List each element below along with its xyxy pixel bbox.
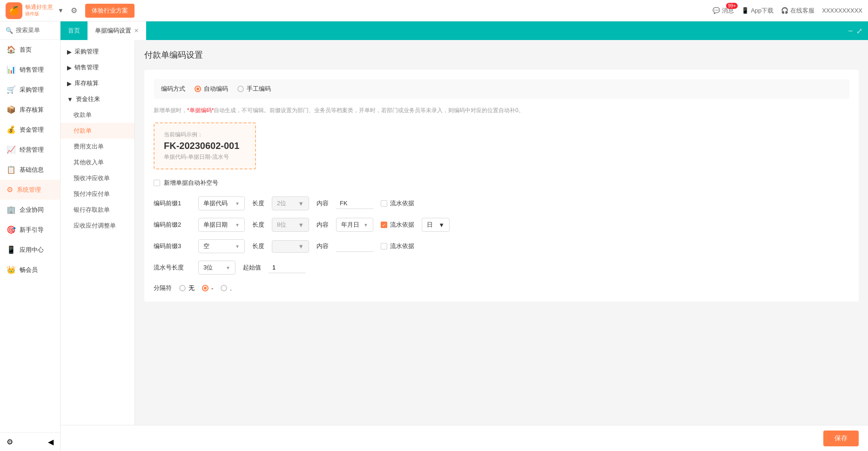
prefix1-length-select: 2位 ▼	[272, 196, 309, 210]
prefix3-watermark-label: 流水依据	[390, 242, 414, 250]
sidebar-item-operation[interactable]: 📈 经营管理	[0, 140, 60, 160]
service-icon: 🎧	[781, 7, 788, 14]
gear-button[interactable]: ⚙	[67, 4, 81, 17]
sidebar-item-finance[interactable]: 💰 资金管理	[0, 120, 60, 140]
prefix2-watermark-cb[interactable]: ✓	[381, 222, 387, 228]
user-name[interactable]: XXXXXXXXXX	[822, 7, 862, 14]
sep-dash-radio[interactable]: -	[202, 285, 213, 292]
preview-code: FK-20230602-001	[164, 141, 246, 151]
guide-icon: 🎯	[7, 225, 16, 234]
submenu-item-receipt[interactable]: 收款单	[61, 107, 135, 123]
sidebar-item-sales[interactable]: 📊 销售管理	[0, 60, 60, 80]
auto-fill-label: 新增单据自动补空号	[164, 179, 218, 187]
sidebar-item-member[interactable]: 👑 畅会员	[0, 260, 60, 280]
serial-length-label: 流水号长度	[154, 263, 191, 272]
hint-text: 新增单据时，*单据编码*自动生成，不可编辑。前缀设置为部门、业务员等档案类，开单…	[154, 106, 849, 115]
prefix1-select-value: 单据代码	[203, 199, 228, 208]
main-content: 付款单编码设置 编码方式 自动编码 手工编码	[135, 40, 868, 425]
basic-icon: 📋	[7, 165, 16, 174]
sales-icon: 📊	[7, 65, 16, 74]
manual-code-radio[interactable]: 手工编码	[237, 85, 271, 93]
member-icon: 👑	[7, 265, 16, 274]
submenu-item-prepay-receive[interactable]: 预收冲应收单	[61, 170, 135, 186]
sidebar-item-basic[interactable]: 📋 基础信息	[0, 160, 60, 180]
sidebar-item-appcenter[interactable]: 📱 应用中心	[0, 240, 60, 260]
serial-length-select[interactable]: 3位 ▼	[198, 261, 236, 275]
prefix2-select[interactable]: 单据日期 ▼	[198, 218, 245, 232]
auto-code-radio[interactable]: 自动编码	[195, 85, 228, 93]
sep-dot-radio[interactable]: .	[221, 285, 232, 292]
prefix2-length-label: 长度	[252, 221, 264, 229]
sidebar-item-guide[interactable]: 🎯 新手引导	[0, 220, 60, 240]
submenu-item-other-income[interactable]: 其他收入单	[61, 155, 135, 170]
app-name: 畅通好生意	[25, 4, 53, 11]
prefix2-watermark[interactable]: ✓ 流水依据	[381, 221, 414, 229]
start-value-input[interactable]	[269, 262, 306, 273]
sub-menu-group-sales-header[interactable]: ▶ 销售管理	[61, 60, 135, 75]
bottom-bar: 保存	[61, 425, 868, 451]
auto-fill-checkbox[interactable]	[154, 180, 160, 186]
encoding-method-row: 编码方式 自动编码 手工编码	[154, 79, 849, 99]
prefix1-select[interactable]: 单据代码 ▼	[198, 196, 245, 210]
message-button[interactable]: 💬 消息 99+	[713, 7, 734, 15]
auto-fill-row: 新增单据自动补空号	[154, 179, 849, 187]
download-label: App下载	[751, 7, 774, 15]
submenu-item-receivable-adjust[interactable]: 应收应付调整单	[61, 218, 135, 234]
prefix2-day-select[interactable]: 日 ▼	[422, 218, 450, 232]
sep-none-dot	[179, 285, 186, 291]
sidebar-item-label-operation: 经营管理	[20, 146, 44, 154]
prefix1-content-input[interactable]	[336, 198, 373, 209]
settings-icon[interactable]: ⚙	[7, 438, 13, 446]
prefix2-length-select: 8位 ▼	[272, 218, 309, 232]
sidebar-item-home[interactable]: 🏠 首页	[0, 40, 60, 60]
submenu-item-expense[interactable]: 费用支出单	[61, 139, 135, 155]
prefix3-watermark-cb[interactable]	[381, 243, 387, 249]
submenu-item-bank-deposit[interactable]: 银行存取款单	[61, 202, 135, 218]
save-button[interactable]: 保存	[823, 431, 859, 446]
prefix3-select[interactable]: 空 ▼	[198, 239, 245, 253]
top-bar-right: 💬 消息 99+ 📱 App下载 🎧 在线客服 XXXXXXXXXX	[713, 7, 862, 15]
tab-serial-code[interactable]: 单据编码设置 ✕	[87, 21, 146, 40]
submenu-item-payment[interactable]: 付款单	[61, 123, 135, 139]
tab-home[interactable]: 首页	[61, 21, 87, 40]
app-sub: 插件版	[25, 11, 53, 17]
submenu-item-prepay-pay[interactable]: 预付冲应付单	[61, 186, 135, 202]
operation-icon: 📈	[7, 145, 16, 154]
download-button[interactable]: 📱 App下载	[741, 7, 774, 15]
prefix2-content-select[interactable]: 年月日 ▼	[336, 218, 373, 232]
sidebar-collapse-icon[interactable]: ◀	[48, 438, 54, 446]
sidebar-search[interactable]: 🔍 搜索菜单	[0, 21, 60, 40]
trial-button[interactable]: 体验行业方案	[85, 4, 135, 18]
prefix3-watermark[interactable]: 流水依据	[381, 242, 414, 250]
sidebar-item-label-sales: 销售管理	[20, 66, 44, 74]
sidebar-item-enterprise[interactable]: 🏢 企业协同	[0, 200, 60, 220]
sep-dot-label: .	[230, 285, 232, 292]
prefix2-length-value: 8位	[277, 221, 286, 229]
sidebar-item-inventory[interactable]: 📦 库存核算	[0, 100, 60, 120]
submenu-purchase-label: 采购管理	[74, 47, 99, 56]
tab-close-icon[interactable]: ✕	[134, 27, 139, 34]
nav-dropdown[interactable]: ▼	[58, 7, 64, 14]
prefix3-content-input[interactable]	[336, 241, 373, 252]
sidebar-item-purchase[interactable]: 🛒 采购管理	[0, 80, 60, 100]
tab-maximize-icon[interactable]: ⤢	[856, 27, 862, 35]
sidebar-item-system[interactable]: ⚙ 系统管理	[0, 180, 60, 200]
top-bar-left: 🍊 畅通好生意 插件版 ▼ ⚙ 体验行业方案	[6, 2, 135, 19]
tab-minimize-icon[interactable]: –	[848, 27, 853, 35]
sub-menu-group-funds-header[interactable]: ▼ 资金往来	[61, 91, 135, 107]
sub-menu-group-inventory-header[interactable]: ▶ 库存核算	[61, 75, 135, 91]
sidebar-footer: ⚙ ◀	[0, 432, 60, 451]
service-button[interactable]: 🎧 在线客服	[781, 7, 814, 15]
top-bar-nav: ▼ ⚙	[58, 4, 81, 17]
sidebar-item-label-appcenter: 应用中心	[20, 246, 44, 254]
purchase-icon: 🛒	[7, 85, 16, 94]
prefix1-watermark[interactable]: 流水依据	[381, 199, 414, 208]
sep-none-radio[interactable]: 无	[179, 284, 195, 292]
prefix1-watermark-cb[interactable]	[381, 200, 387, 207]
sidebar-item-label-enterprise: 企业协同	[20, 206, 44, 214]
sub-menu-group-purchase-header[interactable]: ▶ 采购管理	[61, 44, 135, 60]
prefix2-day-arrow: ▼	[438, 222, 444, 229]
tab-serial-code-label: 单据编码设置	[95, 27, 131, 35]
submenu-purchase-arrow: ▶	[67, 48, 72, 55]
message-icon: 💬	[713, 7, 720, 14]
